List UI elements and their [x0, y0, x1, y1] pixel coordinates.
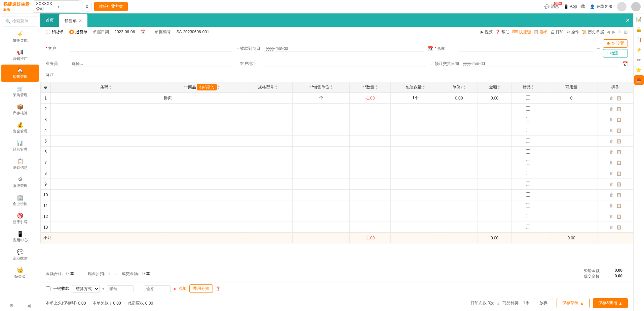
row-barcode[interactable] [51, 114, 161, 125]
add-btn-label[interactable]: 添加 [179, 286, 187, 291]
row-barcode[interactable] [51, 222, 161, 233]
sidebar-settings-icon[interactable]: ⚙ [9, 303, 14, 308]
settings-button[interactable]: ⚙ ⚙ 设置 [603, 39, 628, 48]
video-btn[interactable]: ▶ 视频 [481, 29, 493, 35]
row-spec[interactable] [243, 179, 293, 190]
online-service-button[interactable]: 👤 在线客服 [590, 4, 612, 9]
row-qty[interactable] [349, 147, 390, 157]
fenyong-help-icon[interactable]: ❓ [216, 286, 221, 291]
save-new-button[interactable]: 保存&新增 ▲ [593, 298, 628, 308]
row-gift[interactable] [512, 168, 545, 179]
row-gift[interactable] [512, 222, 545, 233]
row-unit-price[interactable]: 0.00 [440, 93, 478, 104]
tab-sales-order[interactable]: 销售单 ✕ [59, 14, 87, 28]
row-delete-icon[interactable]: 🗑 [609, 193, 613, 197]
operate-btn[interactable]: ⚙ 操作 [566, 29, 579, 35]
row-delete-icon[interactable]: 🗑 [609, 182, 613, 187]
row-barcode[interactable] [51, 104, 161, 114]
row-qty[interactable] [349, 211, 390, 222]
table-settings-icon[interactable]: ⚙ [44, 85, 47, 90]
row-barcode[interactable] [51, 190, 161, 200]
rt-orange-icon[interactable]: 📤 [634, 75, 644, 85]
warehouse-more-icon[interactable]: ··· [597, 46, 600, 51]
cash-discount-info-icon[interactable]: ℹ [108, 271, 110, 276]
shortage-info-icon[interactable]: ℹ [110, 301, 112, 306]
row-unit-price[interactable] [440, 200, 478, 211]
row-unit-price[interactable] [440, 179, 478, 190]
avatar[interactable] [617, 2, 627, 11]
fenyong-button[interactable]: 费用分摊 [189, 284, 213, 293]
row-product[interactable] [161, 114, 243, 125]
row-barcode[interactable] [51, 93, 161, 104]
row-gift[interactable] [512, 179, 545, 190]
row-copy-icon[interactable]: 📋 [616, 128, 621, 133]
row-copy-icon[interactable]: 📋 [616, 107, 621, 111]
add-icon[interactable]: ● [174, 286, 176, 291]
row-copy-icon[interactable]: 📋 [616, 182, 621, 187]
account-input[interactable] [107, 285, 134, 292]
help-btn[interactable]: ❓ 帮助 [495, 29, 509, 35]
sidebar-item-wechat[interactable]: 💬 企业微信 [1, 246, 39, 264]
nav-prev-icon[interactable]: ◀ [607, 30, 610, 34]
payment-method-select[interactable]: 结算方式 [72, 285, 100, 293]
row-qty[interactable] [349, 190, 390, 200]
row-unit-price[interactable] [440, 136, 478, 147]
row-barcode[interactable] [51, 200, 161, 211]
radio-sales[interactable]: 销货单 [46, 29, 64, 35]
print-btn[interactable]: 🖨 打印 [551, 29, 564, 35]
row-qty[interactable]: -1.00 [349, 93, 390, 104]
company-settings-icon[interactable]: ⚙ [82, 2, 91, 11]
row-gift[interactable] [512, 114, 545, 125]
row-delete-icon[interactable]: 🗑 [609, 107, 613, 111]
row-product[interactable] [161, 190, 243, 200]
row-barcode[interactable] [51, 136, 161, 147]
message-button[interactable]: 💬 消息 99+ [544, 4, 559, 9]
one-click-pay-checkbox[interactable] [46, 286, 50, 291]
row-delete-icon[interactable]: 🗑 [609, 171, 613, 176]
sidebar-item-operation[interactable]: 📊 经营管理 [1, 137, 39, 155]
row-spec[interactable] [243, 147, 293, 157]
row-qty[interactable] [349, 179, 390, 190]
sidebar-item-enterprise[interactable]: 🏢 企业协同 [1, 192, 39, 209]
row-product[interactable] [161, 147, 243, 157]
row-copy-icon[interactable]: 📋 [616, 171, 621, 176]
row-copy-icon[interactable]: 📋 [616, 150, 621, 154]
row-spec[interactable] [243, 114, 293, 125]
rt-copy-icon[interactable]: 📋 [634, 35, 644, 44]
row-product[interactable] [161, 211, 243, 222]
rt-lock-icon[interactable]: 🔒 [634, 25, 644, 34]
sidebar-item-quick-nav[interactable]: ⚡ 快捷导航 [1, 28, 39, 46]
row-qty[interactable] [349, 222, 390, 233]
row-delete-icon[interactable]: 🗑 [609, 117, 613, 122]
row-gift[interactable] [512, 157, 545, 168]
remark-input[interactable] [70, 72, 628, 78]
customer-input[interactable] [70, 45, 232, 52]
radio-return[interactable]: 退货单 [69, 29, 87, 35]
row-gift[interactable] [512, 190, 545, 200]
calendar-icon[interactable]: 📅 [140, 30, 145, 34]
logistics-button[interactable]: + 物流 [603, 49, 628, 57]
sidebar-item-app-center[interactable]: 📱 应用中心 [1, 228, 39, 245]
grid-view-icon[interactable]: ⊞ [624, 29, 628, 35]
row-copy-icon[interactable]: 📋 [616, 193, 621, 197]
sidebar-item-base-info[interactable]: 📋 基础信息 [1, 155, 39, 173]
product-type-info-icon[interactable]: ℹ [497, 301, 499, 306]
sidebar-item-search[interactable]: 🔍 搜索菜单 [2, 16, 38, 27]
row-barcode[interactable] [51, 147, 161, 157]
row-barcode[interactable] [51, 211, 161, 222]
row-unit-price[interactable] [440, 190, 478, 200]
row-qty[interactable] [349, 136, 390, 147]
row-barcode[interactable] [51, 179, 161, 190]
sidebar-collapse-icon[interactable]: ◀ [27, 303, 31, 308]
scan-button[interactable]: 扫码录入 [197, 84, 217, 90]
row-unit-price[interactable] [440, 168, 478, 179]
row-gift[interactable] [512, 200, 545, 211]
row-product[interactable] [161, 136, 243, 147]
list-view-icon[interactable]: ≡ [618, 29, 621, 35]
row-gift[interactable] [512, 147, 545, 157]
th-settings[interactable]: ⚙ [41, 82, 51, 93]
sidebar-item-sales[interactable]: 🏠 销售管理 [1, 65, 39, 82]
row-spec[interactable] [243, 136, 293, 147]
row-copy-icon[interactable]: 📋 [616, 160, 621, 165]
sidebar-item-finance[interactable]: 💰 资金管理 [1, 119, 39, 137]
